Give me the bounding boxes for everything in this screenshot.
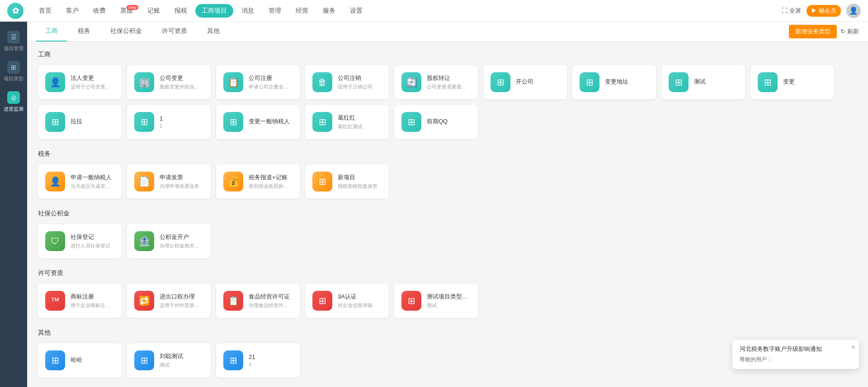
nav-item-billing[interactable]: 收费 [87, 4, 112, 18]
card-desc-import-export: 适用于对外贸易经营者 [160, 302, 203, 309]
card-lala[interactable]: ⊞ 拉拉 [38, 105, 122, 139]
card-haha[interactable]: ⊞ 哈哈 [38, 343, 122, 378]
card-company-cancel[interactable]: 🗑 公司注销 适用于注销公司 [305, 65, 389, 99]
card-title-equity-transfer: 股权转让 [427, 74, 471, 82]
card-ge-hong-hong[interactable]: ⊞ 葛红红 葛红红测试 [305, 105, 389, 139]
card-apply-invoice[interactable]: 📄 申请发票 办理申请发票业务 [127, 164, 211, 199]
nav-item-industry[interactable]: 工商项目 [195, 4, 233, 18]
card-info-import-export: 进出口权办理 适用于对外贸易经营者 [160, 293, 203, 309]
card-title-liu-cong-test: 刘聪测试 [160, 352, 203, 360]
card-title-twenty-one: 21 [249, 354, 292, 360]
nav-item-tax[interactable]: 报税 [168, 4, 193, 18]
sidebar-item-project-manage[interactable]: ☰ 项目管理 [0, 26, 27, 56]
card-title-trademark-reg: 商标注册 [71, 293, 114, 301]
card-equity-transfer[interactable]: 🔄 股权转让 公司变更需要股权转让 [394, 65, 478, 99]
nav-right: ⛶ 全屏 ▶ 畅会员 👤 [782, 4, 861, 18]
card-change-taxpayer[interactable]: ⊞ 变更一般纳税人 [216, 105, 300, 139]
nav-item-management[interactable]: 管理 [262, 4, 288, 18]
card-icon-fund-account: 🏦 [134, 231, 154, 251]
card-title-apply-invoice: 申请发票 [160, 173, 203, 182]
card-title-food-license: 食品经营许可证 [249, 293, 292, 301]
tab-industry[interactable]: 工商 [36, 22, 67, 42]
card-info-haha: 哈哈 [71, 356, 114, 365]
tab-social-fund[interactable]: 社保公积金 [101, 22, 151, 42]
card-icon-liu-cong-test: ⊞ [134, 350, 154, 370]
card-test-project-type[interactable]: ⊞ 测试项目类型目定义 测试 [394, 284, 478, 318]
member-button[interactable]: ▶ 畅会员 [807, 5, 841, 17]
card-legal-change[interactable]: 👤 法人变更 适用于公司变更法人 [38, 65, 122, 99]
card-info-lala: 拉拉 [71, 117, 114, 127]
app-logo: ✿ [7, 3, 24, 19]
industry-section-title: 工商 [38, 51, 857, 59]
card-icon-tax-report-bookkeeping: 💰 [223, 172, 243, 191]
card-3a-cert[interactable]: ⊞ 3A认证 对企业信誉评级 [305, 284, 389, 318]
tax-cards-grid: 👤 申请一般纳税人 当月或次月成变更完成 📄 申请发票 办理申请发票业务 💰 税… [38, 164, 857, 199]
nav-item-home[interactable]: 首页 [33, 4, 58, 18]
card-info-change: 变更 [783, 78, 827, 87]
card-liu-cong-test[interactable]: ⊞ 刘聪测试 测试 [127, 343, 211, 378]
sidebar-item-project-type[interactable]: ⊞ 项目类型 [0, 56, 27, 87]
card-import-export[interactable]: 🔁 进出口权办理 适用于对外贸易经营者 [127, 284, 211, 318]
card-change[interactable]: ⊞ 变更 [750, 65, 834, 99]
sidebar-icon-project-manage: ☰ [7, 31, 20, 43]
card-info-open-company: 开公司 [516, 78, 560, 87]
card-info-early-qq: 前期QQ [427, 117, 471, 127]
card-desc-food-license: 办理食品经营许可证 [249, 302, 292, 309]
card-twenty-one[interactable]: ⊞ 21 1 [216, 343, 300, 378]
card-open-company[interactable]: ⊞ 开公司 [483, 65, 567, 99]
sidebar-item-progress-monitor[interactable]: ◎ 进度监测 [0, 87, 27, 117]
add-type-button[interactable]: 新增业务类型 [789, 25, 837, 38]
card-icon-change-address: ⊞ [580, 72, 599, 92]
tax-section-title: 税务 [38, 150, 857, 158]
card-title-change: 变更 [783, 78, 827, 86]
card-one[interactable]: ⊞ 1 1 [127, 105, 211, 139]
card-info-legal-change: 法人变更 适用于公司变更法人 [71, 74, 114, 90]
card-info-test: 测试 [694, 78, 738, 87]
card-title-lala: 拉拉 [71, 117, 114, 126]
card-desc-company-cancel: 适用于注销公司 [338, 84, 382, 90]
refresh-button[interactable]: ↻ 刷新 [840, 28, 859, 36]
license-section-title: 许可资质 [38, 269, 857, 277]
nav-item-service[interactable]: 服务 [316, 4, 342, 18]
card-tax-report-bookkeeping[interactable]: 💰 税务报道+记账 拿到营业执照的新公司 [216, 164, 300, 199]
card-trademark-reg[interactable]: ™ 商标注册 用于企业商标注册服务 [38, 284, 122, 318]
avatar[interactable]: 👤 [846, 4, 861, 18]
fullscreen-button[interactable]: ⛶ 全屏 [782, 7, 801, 15]
card-change-address[interactable]: ⊞ 变更地址 [572, 65, 656, 99]
top-nav: ✿ 首页客户收费票据new记账报税工商项目消息管理经营服务设置 ⛶ 全屏 ▶ 畅… [0, 0, 868, 22]
card-food-license[interactable]: 📋 食品经营许可证 办理食品经营许可证 [216, 284, 300, 318]
nav-item-customer[interactable]: 客户 [60, 4, 85, 18]
video-icon: ▶ [811, 7, 817, 14]
card-company-change[interactable]: 🏢 公司变更 股权变更外的业务变更 [127, 65, 211, 99]
card-new-project[interactable]: ⊞ 新项目 报税加税控盘保管 [305, 164, 389, 199]
card-fund-account[interactable]: 🏦 公积金开户 办理公积金相关业务 [127, 224, 211, 258]
nav-item-invoice[interactable]: 票据new [114, 4, 139, 18]
card-title-company-cancel: 公司注销 [338, 74, 382, 82]
nav-item-bookkeeping[interactable]: 记账 [141, 4, 166, 18]
card-info-food-license: 食品经营许可证 办理食品经营许可证 [249, 293, 292, 309]
card-icon-import-export: 🔁 [134, 291, 154, 311]
tab-license[interactable]: 许可资质 [153, 22, 196, 42]
card-early-qq[interactable]: ⊞ 前期QQ [394, 105, 478, 139]
card-info-change-address: 变更地址 [605, 78, 649, 87]
card-icon-3a-cert: ⊞ [312, 291, 332, 311]
tab-other[interactable]: 其他 [198, 22, 229, 42]
nav-item-message[interactable]: 消息 [235, 4, 260, 18]
sidebar: ☰ 项目管理 ⊞ 项目类型 ◎ 进度监测 [0, 22, 27, 387]
notification-close-button[interactable]: × [851, 343, 855, 351]
nav-item-settings[interactable]: 设置 [344, 4, 369, 18]
card-icon-apply-general-taxpayer: 👤 [45, 172, 65, 191]
card-test[interactable]: ⊞ 测试 [661, 65, 745, 99]
card-desc-apply-general-taxpayer: 当月或次月成变更完成 [71, 183, 114, 190]
card-title-legal-change: 法人变更 [71, 74, 114, 82]
tab-actions: 新增业务类型 ↻ 刷新 [789, 25, 859, 38]
card-info-apply-general-taxpayer: 申请一般纳税人 当月或次月成变更完成 [71, 173, 114, 190]
nav-item-operation[interactable]: 经营 [289, 4, 315, 18]
card-apply-general-taxpayer[interactable]: 👤 申请一般纳税人 当月或次月成变更完成 [38, 164, 122, 199]
card-icon-equity-transfer: 🔄 [401, 72, 421, 92]
card-company-reg[interactable]: 📋 公司注册 申请公司注册全流程 [216, 65, 300, 99]
card-title-one: 1 [160, 115, 203, 122]
tab-tax[interactable]: 税务 [69, 22, 99, 42]
card-desc-company-reg: 申请公司注册全流程 [249, 84, 292, 90]
card-social-register[interactable]: 🛡 社保登记 进行人员社保登记 [38, 224, 122, 258]
